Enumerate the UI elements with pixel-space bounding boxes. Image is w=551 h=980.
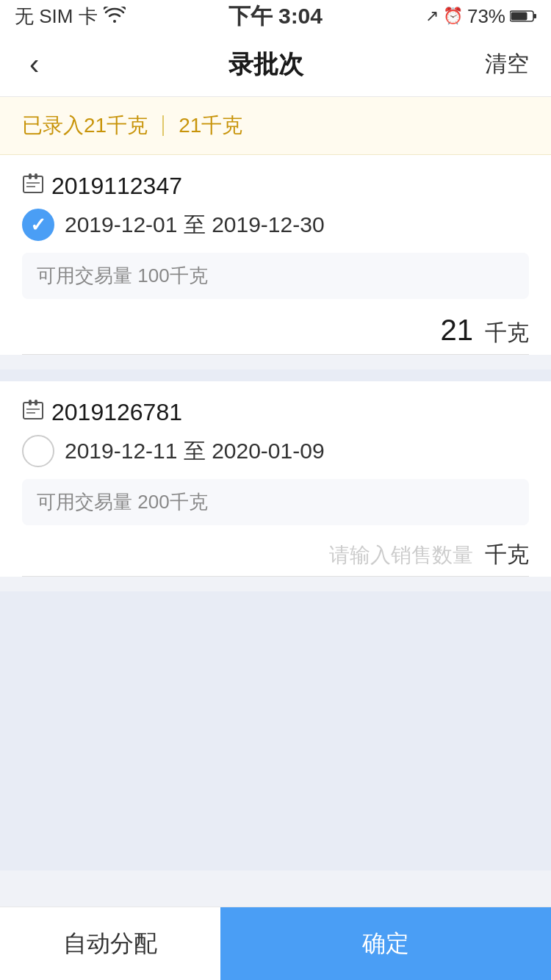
svg-rect-9 — [29, 400, 32, 406]
no-sim-label: 无 SIM 卡 — [15, 4, 98, 29]
auto-distribute-button[interactable]: 自动分配 — [0, 907, 220, 980]
nav-bar: ‹ 录批次 清空 — [0, 32, 551, 97]
battery-label: 73% — [467, 5, 505, 28]
batch-id-2: 2019126781 — [51, 399, 182, 426]
svg-rect-10 — [35, 400, 37, 406]
amount-placeholder-2: 请输入销售数量 — [22, 541, 473, 569]
recorded-label: 已录入21千克 — [22, 112, 148, 140]
status-bar: 无 SIM 卡 下午 3:04 ↗ ⏰ 73% — [0, 0, 551, 32]
svg-rect-4 — [29, 173, 32, 179]
batch-item-1: 2019112347 2019-12-01 至 2019-12-30 可用交易量… — [0, 155, 551, 355]
separator-1 — [0, 370, 551, 381]
batch-id-1: 2019112347 — [51, 173, 182, 200]
amount-row-2: 请输入销售数量 千克 — [0, 525, 551, 570]
back-button[interactable]: ‹ — [22, 40, 46, 88]
alarm-icon: ⏰ — [443, 7, 463, 26]
footer: 自动分配 确定 — [0, 907, 551, 980]
input-underline-1 — [22, 354, 529, 355]
batch-date-1: 2019-12-01 至 2019-12-30 — [65, 210, 325, 240]
recorded-value: 21千克 — [179, 112, 242, 140]
wifi-icon — [104, 5, 126, 28]
amount-row-1: 21 千克 — [0, 299, 551, 348]
amount-unit-2: 千克 — [485, 540, 529, 570]
battery-icon — [510, 5, 536, 28]
info-divider — [162, 115, 164, 136]
batch-item-2: 2019126781 2019-12-11 至 2020-01-09 可用交易量… — [0, 381, 551, 577]
bottom-area — [0, 591, 551, 871]
svg-rect-8 — [24, 403, 43, 419]
location-icon: ↗ — [425, 7, 439, 26]
batch-checkbox-2[interactable] — [22, 435, 54, 467]
batch-icon-2 — [22, 400, 44, 425]
clear-button[interactable]: 清空 — [485, 49, 529, 79]
batch-checkbox-1[interactable] — [22, 209, 54, 241]
svg-rect-1 — [533, 14, 536, 18]
confirm-button[interactable]: 确定 — [220, 907, 551, 980]
svg-rect-3 — [24, 176, 43, 192]
svg-rect-2 — [511, 12, 527, 20]
svg-rect-5 — [35, 173, 37, 179]
status-time: 下午 3:04 — [228, 1, 323, 32]
available-qty-2: 可用交易量 200千克 — [22, 479, 529, 525]
amount-value-1: 21 — [385, 314, 473, 347]
status-left: 无 SIM 卡 — [15, 4, 126, 29]
batch-icon-1 — [22, 173, 44, 199]
input-underline-2 — [22, 576, 529, 577]
batch-date-2: 2019-12-11 至 2020-01-09 — [65, 436, 325, 466]
amount-unit-1: 千克 — [485, 318, 529, 348]
status-right: ↗ ⏰ 73% — [425, 5, 536, 28]
page-title: 录批次 — [228, 48, 303, 82]
info-bar: 已录入21千克 21千克 — [0, 97, 551, 155]
available-qty-1: 可用交易量 100千克 — [22, 253, 529, 299]
